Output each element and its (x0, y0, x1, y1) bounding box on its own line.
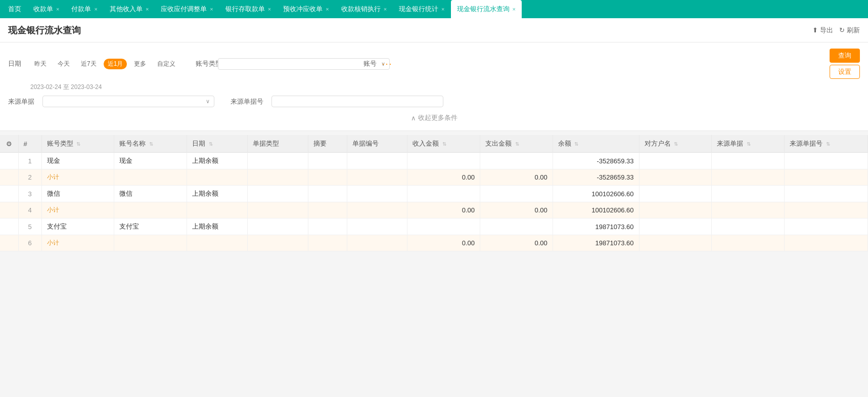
nav-cash-stats[interactable]: 现金银行统计 × (393, 0, 450, 18)
date-opt-1month[interactable]: 近1月 (104, 59, 127, 69)
date-cell (187, 235, 248, 251)
col-source-doc-num[interactable]: 来源单据号 ⇅ (784, 135, 867, 153)
account-type-label: 账号类型 (196, 59, 210, 68)
nav-adjustment[interactable]: 应收应付调整单 × (155, 0, 219, 18)
nav-other-income[interactable]: 其他收入单 × (104, 0, 155, 18)
doc-type-cell (247, 153, 308, 169)
table-row: 2 小计 0.00 0.00 -3528659.33 (0, 169, 868, 186)
row-num-cell: 6 (18, 235, 41, 251)
row-num-cell: 2 (18, 169, 41, 186)
close-icon[interactable]: × (146, 6, 149, 12)
col-gear[interactable]: ⚙ (0, 135, 18, 153)
date-opt-7days[interactable]: 近7天 (77, 59, 101, 69)
close-icon[interactable]: × (513, 6, 516, 12)
source-doc-cell (712, 218, 785, 235)
source-doc-cell (712, 202, 785, 218)
income-cell (407, 218, 480, 235)
col-gear-cell (0, 169, 18, 186)
summary-cell (308, 153, 347, 169)
col-balance[interactable]: 余额 ⇅ (553, 135, 639, 153)
counterparty-cell (639, 202, 712, 218)
date-label: 日期 (8, 59, 22, 68)
close-icon[interactable]: × (268, 6, 271, 12)
expense-cell (480, 218, 553, 235)
balance-cell: 100102606.60 (553, 186, 639, 202)
balance-cell: 100102606.60 (553, 202, 639, 218)
col-income[interactable]: 收入金额 ⇅ (407, 135, 480, 153)
doc-type-cell (247, 202, 308, 218)
col-source-doc[interactable]: 来源单据 ⇅ (712, 135, 785, 153)
collapse-bar[interactable]: ∧ 收起更多条件 (8, 111, 860, 124)
header-actions: ⬆ 导出 ↻ 刷新 (812, 26, 860, 35)
query-button[interactable]: 查询 (830, 49, 860, 63)
close-icon[interactable]: × (56, 6, 59, 12)
date-opt-today[interactable]: 今天 (54, 59, 74, 69)
date-cell (187, 169, 248, 186)
nav-home[interactable]: 首页 (2, 0, 27, 18)
account-name-cell: 支付宝 (114, 218, 187, 235)
row-num-cell: 5 (18, 218, 41, 235)
page-title: 现金银行流水查询 (8, 24, 81, 36)
col-num: # (18, 135, 41, 153)
top-nav: 首页 收款单 × 付款单 × 其他收入单 × 应收应付调整单 × 银行存取款单 … (0, 0, 868, 18)
export-icon: ⬆ (812, 26, 818, 34)
date-opt-yesterday[interactable]: 昨天 (30, 59, 51, 69)
balance-cell: 19871073.60 (553, 235, 639, 251)
account-type-cell: 支付宝 (41, 218, 114, 235)
refresh-button[interactable]: ↻ 刷新 (839, 26, 860, 35)
col-gear-cell (0, 218, 18, 235)
filter-area: 日期 昨天 今天 近7天 近1月 更多 自定义 账号类型 ∨ 账号 ··· 查询… (0, 42, 868, 131)
table-body: 1 现金 现金 上期余额 -3528659.33 2 小计 0.00 0.00 … (0, 153, 868, 251)
source-doc-num-input[interactable] (271, 96, 443, 107)
more-dots-icon[interactable]: ··· (382, 59, 392, 69)
expense-cell: 0.00 (480, 235, 553, 251)
nav-collection[interactable]: 收款核销执行 × (335, 0, 393, 18)
col-account-type[interactable]: 账号类型 ⇅ (41, 135, 114, 153)
nav-bank-deposit[interactable]: 银行存取款单 × (219, 0, 277, 18)
export-button[interactable]: ⬆ 导出 (812, 26, 833, 35)
col-doc-type[interactable]: 单据类型 (247, 135, 308, 153)
close-icon[interactable]: × (210, 6, 213, 12)
col-counterparty[interactable]: 对方户名 ⇅ (639, 135, 712, 153)
doc-number-cell (347, 235, 407, 251)
col-date[interactable]: 日期 ⇅ (187, 135, 248, 153)
row-num-cell: 1 (18, 153, 41, 169)
close-icon[interactable]: × (441, 6, 444, 12)
close-icon[interactable]: × (326, 6, 329, 12)
doc-type-cell (247, 186, 308, 202)
date-cell: 上期余额 (187, 186, 248, 202)
counterparty-cell (639, 235, 712, 251)
collapse-label: 收起更多条件 (418, 113, 458, 122)
account-name-cell: 微信 (114, 186, 187, 202)
source-doc-num-cell (784, 235, 867, 251)
filter-row-1: 日期 昨天 今天 近7天 近1月 更多 自定义 账号类型 ∨ 账号 ··· 查询… (8, 49, 860, 79)
filter-row-2: 来源单据 ∨ 来源单据号 (8, 96, 860, 107)
nav-payment[interactable]: 付款单 × (65, 0, 103, 18)
table-row: 3 微信 微信 上期余额 100102606.60 (0, 186, 868, 202)
close-icon[interactable]: × (384, 6, 387, 12)
source-doc-num-cell (784, 169, 867, 186)
counterparty-cell (639, 218, 712, 235)
source-doc-num-cell (784, 202, 867, 218)
date-opt-more[interactable]: 更多 (130, 59, 150, 69)
col-gear-cell (0, 186, 18, 202)
nav-cash-flow[interactable]: 现金银行流水查询 × (451, 0, 522, 18)
close-icon[interactable]: × (94, 6, 97, 12)
col-expense[interactable]: 支出金额 ⇅ (480, 135, 553, 153)
table-container: ⚙ # 账号类型 ⇅ 账号名称 ⇅ 日期 ⇅ 单据类型 摘要 单据编号 收入金额… (0, 135, 868, 251)
account-type-cell: 现金 (41, 153, 114, 169)
nav-advance[interactable]: 预收冲应收单 × (277, 0, 335, 18)
doc-number-cell (347, 202, 407, 218)
income-cell: 0.00 (407, 235, 480, 251)
balance-cell: -3528659.33 (553, 153, 639, 169)
settings-button[interactable]: 设置 (830, 65, 860, 79)
expense-cell: 0.00 (480, 169, 553, 186)
refresh-icon: ↻ (839, 26, 845, 34)
col-gear-cell (0, 153, 18, 169)
source-doc-select[interactable]: ∨ (42, 96, 214, 107)
col-account-name[interactable]: 账号名称 ⇅ (114, 135, 187, 153)
nav-receipt[interactable]: 收款单 × (27, 0, 65, 18)
collapse-up-icon: ∧ (411, 114, 416, 122)
date-opt-custom[interactable]: 自定义 (153, 59, 179, 69)
date-range-text: 2023-02-24 至 2023-03-24 (30, 83, 102, 91)
